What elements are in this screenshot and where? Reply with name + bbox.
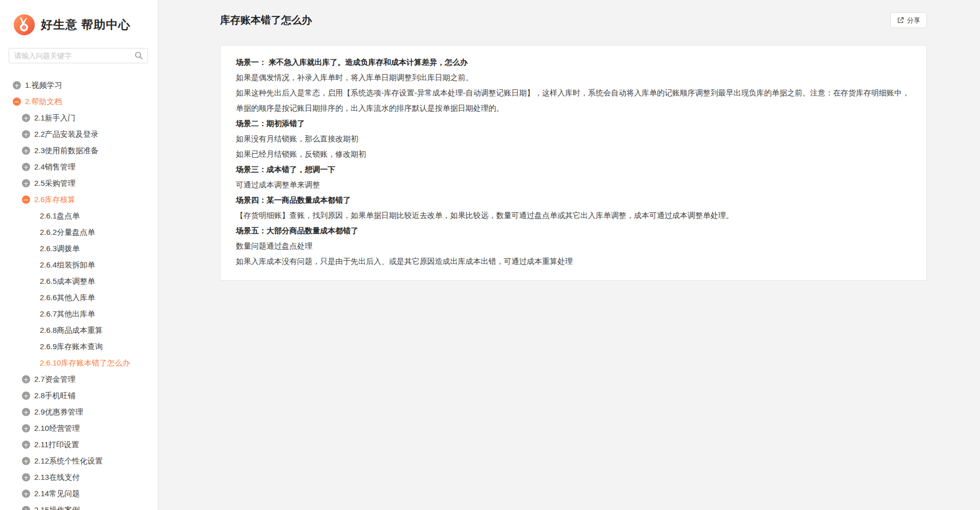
sidebar-item[interactable]: 2.6.2分量盘点单 [0, 224, 158, 240]
sidebar-item[interactable]: +2.4销售管理 [0, 159, 158, 175]
sidebar-item[interactable]: +2.1新手入门 [0, 110, 158, 126]
search-box [9, 48, 148, 63]
sidebar-item[interactable]: −2.帮助文档 [0, 93, 158, 110]
share-button-label: 分享 [907, 16, 920, 25]
article-paragraph: 如果没有月结锁账，那么直接改期初 [236, 131, 911, 147]
article-paragraph: 如果已经月结锁账，反锁账，修改期初 [236, 147, 911, 162]
article-heading: 场景五：大部分商品数量成本都错了 [236, 223, 911, 238]
minus-icon[interactable]: − [13, 98, 21, 106]
sidebar-item-label: 2.12系统个性化设置 [34, 456, 103, 466]
plus-icon[interactable]: + [22, 490, 30, 498]
article-paragraph: 如果入库成本没有问题，只是由于先出后入、或是其它原因造成出库成本出错，可通过成本… [236, 254, 911, 269]
sidebar-item-label: 2.8手机旺铺 [34, 391, 76, 401]
sidebar-item[interactable]: +2.3使用前数据准备 [0, 142, 158, 159]
sidebar-item-label: 2.5采购管理 [34, 179, 76, 188]
plus-icon[interactable]: + [22, 392, 30, 400]
sidebar-item[interactable]: 2.6.10库存账本错了怎么办 [0, 355, 158, 371]
sidebar-item[interactable]: +2.2产品安装及登录 [0, 126, 158, 142]
sidebar-item[interactable]: 2.6.1盘点单 [0, 208, 158, 224]
sidebar-item-label: 2.13在线支付 [34, 473, 80, 482]
article-paragraph: 如果是偶发情况，补录入库单时，将入库单日期调整到出库日期之前。 [236, 70, 911, 85]
sidebar-item[interactable]: −2.6库存核算 [0, 191, 158, 208]
search-icon[interactable] [134, 51, 143, 60]
plus-icon[interactable]: + [22, 457, 30, 465]
sidebar-item[interactable]: +2.7资金管理 [0, 371, 158, 387]
sidebar-item-label: 2.7资金管理 [34, 375, 76, 384]
sidebar-item[interactable]: +2.5采购管理 [0, 175, 158, 191]
app-logo-icon [13, 13, 36, 36]
article-paragraph: 【存货明细账】查账，找到原因，如果单据日期比较近去改单，如果比较远，数量可通过盘… [236, 208, 911, 223]
sidebar-item-label: 2.9优惠券管理 [34, 407, 83, 417]
sidebar-item[interactable]: +2.11打印设置 [0, 436, 158, 453]
sidebar-item[interactable]: 2.6.8商品成本重算 [0, 322, 158, 338]
plus-icon[interactable]: + [22, 473, 30, 481]
sidebar-item-label: 2.14常见问题 [34, 489, 80, 499]
share-button[interactable]: 分享 [890, 12, 927, 28]
article-paragraph: 数量问题通过盘点处理 [236, 238, 911, 254]
sidebar-item-label: 2.6.2分量盘点单 [40, 228, 95, 237]
sidebar-item-label: 2.6.7其他出库单 [40, 309, 95, 319]
article-heading: 场景一： 来不急入库就出库了。造成负库存和成本计算差异，怎么办 [236, 55, 911, 70]
sidebar-item[interactable]: +1.视频学习 [0, 77, 158, 93]
article-heading: 场景三：成本错了，想调一下 [236, 162, 911, 177]
article-card: 场景一： 来不急入库就出库了。造成负库存和成本计算差异，怎么办如果是偶发情况，补… [220, 45, 927, 281]
sidebar-item-label: 2.6.9库存账本查询 [40, 342, 103, 352]
plus-icon[interactable]: + [22, 441, 30, 449]
sidebar-nav: +1.视频学习−2.帮助文档+2.1新手入门+2.2产品安装及登录+2.3使用前… [0, 77, 158, 510]
sidebar-item-label: 2.6.10库存账本错了怎么办 [40, 358, 130, 368]
plus-icon[interactable]: + [22, 408, 30, 416]
plus-icon[interactable]: + [22, 179, 30, 187]
main-header: 库存账本错了怎么办 分享 [220, 12, 927, 28]
sidebar-item[interactable]: 2.6.3调拨单 [0, 240, 158, 257]
sidebar-item-label: 2.10经营管理 [34, 424, 80, 433]
sidebar-item-label: 2.6.5成本调整单 [40, 277, 95, 286]
sidebar-item-label: 1.视频学习 [25, 81, 62, 90]
plus-icon[interactable]: + [22, 424, 30, 432]
sidebar-item-label: 2.6.4组装拆卸单 [40, 260, 95, 270]
sidebar-item-label: 2.11打印设置 [34, 440, 79, 450]
sidebar-item-label: 2.6.1盘点单 [40, 211, 80, 221]
sidebar-item[interactable]: +2.9优惠券管理 [0, 404, 158, 420]
plus-icon[interactable]: + [22, 147, 30, 155]
sidebar-item-label: 2.6库存核算 [34, 195, 76, 205]
brand-header[interactable]: 好生意 帮助中心 [13, 13, 158, 36]
sidebar-item[interactable]: +2.8手机旺铺 [0, 387, 158, 404]
sidebar-item-label: 2.3使用前数据准备 [34, 146, 99, 156]
sidebar-item[interactable]: +2.12系统个性化设置 [0, 453, 158, 469]
sidebar-item-label: 2.4销售管理 [34, 162, 76, 172]
sidebar-item[interactable]: 2.6.7其他出库单 [0, 306, 158, 322]
sidebar-item-label: 2.6.8商品成本重算 [40, 326, 103, 335]
article-heading: 场景四：某一商品数量成本都错了 [236, 192, 911, 208]
sidebar-item-label: 2.6.6其他入库单 [40, 293, 95, 303]
sidebar-item[interactable]: 2.6.5成本调整单 [0, 273, 158, 289]
sidebar-item[interactable]: 2.6.6其他入库单 [0, 289, 158, 306]
app-title: 好生意 帮助中心 [41, 17, 130, 33]
sidebar-item-label: 2.帮助文档 [25, 97, 62, 107]
plus-icon[interactable]: + [13, 81, 21, 89]
plus-icon[interactable]: + [22, 163, 30, 171]
sidebar-item[interactable]: 2.6.4组装拆卸单 [0, 257, 158, 273]
sidebar-item-label: 2.15操作案例 [34, 505, 80, 510]
article-paragraph: 如果这种先出后入是常态，启用【系统选项-库存设置-异常成本处理-自动调整记账日期… [236, 85, 911, 116]
sidebar: 好生意 帮助中心 +1.视频学习−2.帮助文档+2.1新手入门+2.2产品安装及… [0, 0, 158, 510]
search-input[interactable] [9, 48, 148, 63]
minus-icon[interactable]: − [22, 196, 30, 204]
article-paragraph: 可通过成本调整单来调整 [236, 177, 911, 192]
sidebar-item[interactable]: +2.14常见问题 [0, 485, 158, 502]
share-icon [897, 16, 904, 24]
sidebar-item[interactable]: +2.10经营管理 [0, 420, 158, 436]
plus-icon[interactable]: + [22, 114, 30, 122]
plus-icon[interactable]: + [22, 375, 30, 383]
main-content: 库存账本错了怎么办 分享 场景一： 来不急入库就出库了。造成负库存和成本计算差异… [158, 0, 980, 510]
plus-icon[interactable]: + [22, 506, 30, 510]
sidebar-item[interactable]: 2.6.9库存账本查询 [0, 338, 158, 355]
sidebar-item[interactable]: +2.13在线支付 [0, 469, 158, 485]
article-heading: 场景二：期初添错了 [236, 116, 911, 131]
sidebar-item[interactable]: +2.15操作案例 [0, 502, 158, 510]
sidebar-item-label: 2.1新手入门 [34, 113, 76, 123]
sidebar-item-label: 2.2产品安装及登录 [34, 130, 99, 139]
page-title: 库存账本错了怎么办 [220, 13, 312, 27]
plus-icon[interactable]: + [22, 130, 30, 138]
sidebar-item-label: 2.6.3调拨单 [40, 244, 80, 254]
